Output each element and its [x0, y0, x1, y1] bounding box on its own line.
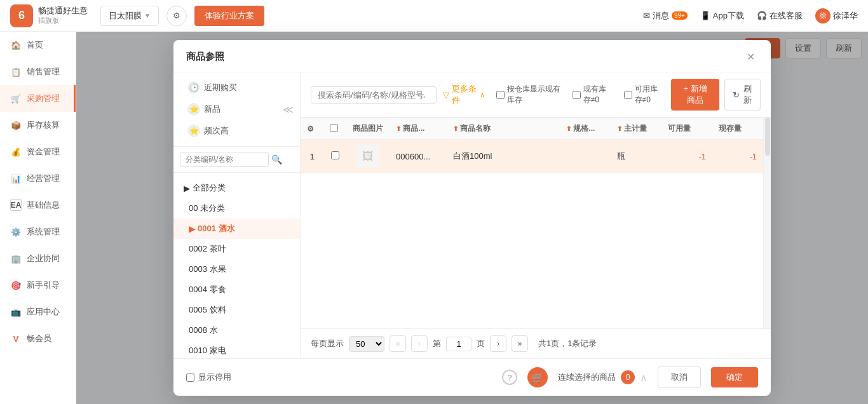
settings-icon: ⚙ — [307, 125, 314, 133]
messages-button[interactable]: ✉ 消息 99+ — [643, 10, 688, 22]
page-label: 第 — [433, 338, 441, 349]
row-image-cell: 🖼 — [346, 140, 390, 173]
chevron-down-icon: ▼ — [144, 12, 151, 19]
cat-0010[interactable]: 0010 家电 — [173, 340, 300, 358]
refresh-button[interactable]: ↻ 刷新 — [724, 79, 761, 111]
checkbox-available-ne0[interactable]: 现有库存≠0 — [573, 84, 614, 105]
row-checkbox[interactable] — [331, 151, 339, 159]
message-badge: 99+ — [672, 11, 688, 20]
checkbox-can-use-ne0[interactable]: 可用库存≠0 — [624, 84, 665, 105]
sidebar-item-basic[interactable]: EA 基础信息 — [0, 192, 76, 219]
sidebar-item-corp[interactable]: 🏢 企业协同 — [0, 245, 76, 272]
next-page-button[interactable]: › — [490, 335, 506, 352]
sort-icon-spec: ⬆ — [566, 125, 571, 132]
cat-00[interactable]: 00 未分类 — [173, 198, 300, 219]
first-page-button[interactable]: « — [390, 335, 406, 352]
sidebar-item-home[interactable]: 🏠 首页 — [0, 32, 76, 58]
sidebar-item-finance[interactable]: 💰 资金管理 — [0, 138, 76, 165]
select-all-checkbox[interactable] — [330, 124, 338, 132]
show-disabled-checkbox[interactable]: 显示停用 — [186, 372, 231, 383]
sidebar-label-basic: 基础信息 — [27, 199, 60, 211]
col-spec-header[interactable]: ⬆ 规格... — [560, 118, 611, 140]
product-search-icon[interactable]: 🔍 — [431, 87, 437, 103]
sort-icon-unit: ⬆ — [617, 125, 622, 132]
cart-button[interactable]: 🛒 — [527, 367, 548, 387]
table-scrollbar[interactable] — [763, 118, 771, 328]
product-table: ⚙ 商品图片 ⬆ 商品... — [301, 118, 763, 173]
product-search-input[interactable] — [311, 87, 431, 103]
sidebar-label-inventory: 库存核算 — [27, 119, 60, 131]
online-service-button[interactable]: 🎧 在线客服 — [757, 10, 803, 22]
confirm-button[interactable]: 确定 — [711, 367, 758, 387]
app-download-button[interactable]: 📱 App下载 — [700, 10, 744, 22]
filter-more-button[interactable]: ▽ 更多条件 ∧ — [443, 83, 485, 106]
sort-icon-name: ⬆ — [453, 125, 458, 132]
cat-0003[interactable]: 0003 水果 — [173, 259, 300, 279]
col-code-header[interactable]: ⬆ 商品... — [390, 118, 447, 140]
page-info: 共1页，1条记录 — [538, 338, 597, 349]
sidebar-item-ops[interactable]: 📊 经营管理 — [0, 165, 76, 192]
quick-filter-frequent[interactable]: ⭐ 频次高 — [180, 121, 245, 141]
table-header-row: ⚙ 商品图片 ⬆ 商品... — [301, 118, 763, 140]
help-button[interactable]: ? — [502, 370, 517, 385]
sidebar-item-apps[interactable]: 📺 应用中心 — [0, 299, 76, 325]
category-tree: ▶ 全部分类 00 未分类 ▶ 0001 酒水 0002 茶 — [173, 173, 300, 358]
category-search-icon[interactable]: 🔍 — [271, 154, 282, 165]
topbar-right: ✉ 消息 99+ 📱 App下载 🎧 在线客服 徐 徐泽华 — [643, 8, 858, 24]
quick-filter-new[interactable]: ⭐ 新品 — [180, 99, 245, 119]
add-product-button[interactable]: + 新增商品 — [671, 79, 719, 111]
sidebar-item-guide[interactable]: 🎯 新手引导 — [0, 272, 76, 299]
col-image-header: 商品图片 — [346, 118, 390, 140]
prev-page-button[interactable]: ‹ — [411, 335, 428, 352]
sidebar-item-purchase[interactable]: 🛒 采购管理 — [0, 85, 76, 112]
cat-0005[interactable]: 0005 饮料 — [173, 300, 300, 320]
settings-icon[interactable]: ⚙ — [166, 6, 187, 26]
last-page-button[interactable]: » — [512, 335, 528, 352]
sidebar-label-sales: 销售管理 — [27, 66, 60, 77]
row-checkbox-cell[interactable] — [323, 140, 346, 173]
frequent-icon: ⭐ — [187, 125, 200, 137]
sidebar-item-sales[interactable]: 📋 销售管理 — [0, 58, 76, 85]
col-settings[interactable]: ⚙ — [301, 118, 323, 140]
sidebar-item-inventory[interactable]: 📦 库存核算 — [0, 112, 76, 138]
nav-selector[interactable]: 日太阳膜 ▼ — [100, 6, 159, 26]
cat-0001[interactable]: ▶ 0001 酒水 — [173, 219, 300, 239]
sidebar-item-system[interactable]: ⚙️ 系统管理 — [0, 219, 76, 245]
recent-icon: 🕒 — [187, 81, 200, 94]
cat-all[interactable]: ▶ 全部分类 — [173, 178, 300, 198]
sidebar-label-apps: 应用中心 — [27, 306, 60, 318]
user-menu[interactable]: 徐 徐泽华 — [815, 8, 858, 24]
modal-footer: 显示停用 ? 🛒 连续选择的商品 0 ∧ 取消 确定 — [173, 358, 771, 396]
page-size-select[interactable]: 10 20 50 100 — [349, 336, 384, 352]
sidebar-label-guide: 新手引导 — [27, 279, 60, 291]
cancel-button[interactable]: 取消 — [658, 367, 701, 388]
col-unit-header[interactable]: ⬆ 主计量 — [611, 118, 661, 140]
message-label: 消息 — [653, 10, 669, 22]
collapse-left-button[interactable]: ≪ — [283, 104, 294, 116]
sidebar-label-finance: 资金管理 — [27, 146, 60, 158]
row-available: -1 — [661, 140, 712, 173]
checkbox-by-warehouse[interactable]: 按仓库显示现有库存 — [496, 84, 562, 105]
sidebar-item-member[interactable]: V 畅会员 — [0, 325, 76, 352]
modal-close-button[interactable]: ✕ — [743, 49, 758, 64]
page-number-input[interactable] — [446, 337, 471, 351]
row-unit: 瓶 — [611, 140, 661, 173]
toolbar-right: + 新增商品 ↻ 刷新 — [671, 79, 761, 111]
show-disabled-check[interactable] — [186, 374, 194, 382]
cat-0008[interactable]: 0008 水 — [173, 320, 300, 340]
cat-0004[interactable]: 0004 零食 — [173, 279, 300, 300]
row-stock: -1 — [712, 140, 763, 173]
col-name-header[interactable]: ⬆ 商品名称 — [447, 118, 560, 140]
table-row[interactable]: 1 🖼 000600... — [301, 140, 763, 173]
scroll-thumb[interactable] — [765, 118, 770, 156]
quick-filter-recent[interactable]: 🕒 近期购买 — [180, 77, 245, 98]
quick-filters-header: 🕒 近期购买 ⭐ 新品 ⭐ 频次高 — [173, 72, 300, 147]
trial-button[interactable]: 体验行业方案 — [194, 6, 264, 26]
basic-icon: EA — [10, 199, 22, 211]
modal-body: 🕒 近期购买 ⭐ 新品 ⭐ 频次高 — [173, 72, 771, 358]
col-checkbox-header[interactable] — [323, 118, 346, 140]
collapse-up-button[interactable]: ∧ — [640, 372, 648, 384]
data-table-wrapper[interactable]: ⚙ 商品图片 ⬆ 商品... — [301, 118, 763, 328]
cat-0002[interactable]: 0002 茶叶 — [173, 239, 300, 259]
category-search-input[interactable] — [180, 152, 269, 167]
